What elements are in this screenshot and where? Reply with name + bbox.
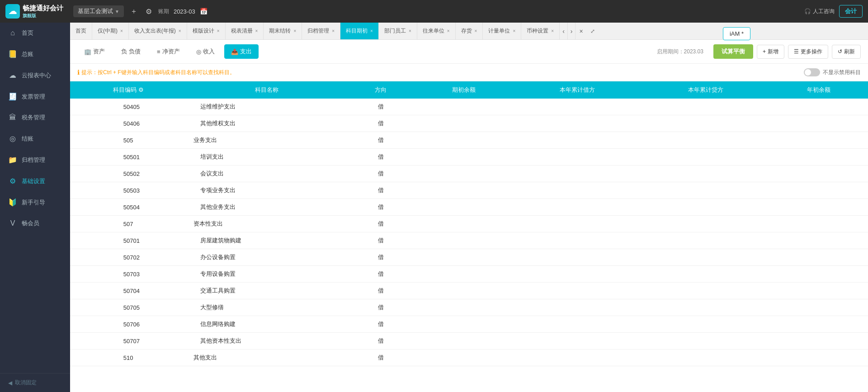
basic-setup-icon: ⚙	[8, 177, 17, 185]
table-row[interactable]: 50503 专项业务支出 借	[70, 182, 868, 199]
tab-template[interactable]: 模版设计 ×	[187, 23, 226, 40]
cell-year-opening	[770, 232, 868, 249]
table-row[interactable]: 50706 信息网络购建 借	[70, 316, 868, 333]
cell-name: 办公设备购置	[186, 249, 347, 266]
tab-home[interactable]: 首页	[70, 23, 92, 40]
table-row[interactable]: 50702 办公设备购置 借	[70, 249, 868, 266]
tab-measure-close[interactable]: ×	[513, 28, 515, 33]
tab-inventory-close[interactable]: ×	[475, 28, 477, 33]
action-bar: ℹ 提示：按Ctrl + F键并输入科目编码或者科目名称可以查找科目。 不显示禁…	[70, 64, 868, 81]
table-row[interactable]: 50703 专用设备购置 借	[70, 266, 868, 283]
tab-archive[interactable]: 归档管理 ×	[302, 23, 340, 40]
disable-toggle[interactable]	[804, 68, 820, 76]
refresh-icon: ↺	[838, 48, 842, 55]
account-type-button[interactable]: 会计	[839, 5, 863, 18]
table-row[interactable]: 50701 房屋建筑物购建 借	[70, 232, 868, 249]
tab-archive-close[interactable]: ×	[332, 28, 335, 33]
cell-ytd-credit	[642, 199, 770, 216]
customer-service-button[interactable]: 🎧 人工咨询	[804, 8, 835, 15]
sidebar-item-archive[interactable]: 📁 归档管理	[0, 149, 70, 170]
tab-mid[interactable]: 仅(中期) ×	[92, 23, 129, 40]
cell-direction: 借	[347, 266, 415, 283]
sub-tab-net-asset[interactable]: ≡ 净资产	[150, 44, 187, 59]
sub-tab-income[interactable]: ◎ 收入	[189, 44, 222, 59]
sidebar-item-checkout[interactable]: ◎ 结账	[0, 128, 70, 149]
col-settings-icon[interactable]: ⚙	[138, 86, 144, 93]
tab-next-button[interactable]: ›	[568, 23, 576, 40]
balance-button[interactable]: 试算平衡	[713, 44, 753, 59]
main-layout: ⌂ 首页 📒 总账 ☁ 云报表中心 🧾 发票管理 🏛 税务管理 ◎ 结账 📁 归…	[0, 23, 868, 392]
tab-subject-init-close[interactable]: ×	[370, 28, 373, 33]
table-row[interactable]: 510 其他支出 借	[70, 349, 868, 366]
tab-units-close[interactable]: ×	[447, 28, 450, 33]
tab-department[interactable]: 部门员工 ×	[379, 23, 417, 40]
calendar-icon[interactable]: 📅	[200, 8, 208, 15]
collapse-sidebar-button[interactable]: ◀ 取消固定	[0, 373, 70, 392]
tax-icon: 🏛	[8, 113, 17, 122]
sub-tab-liability[interactable]: 负 负债	[114, 44, 147, 59]
sub-tab-asset-label: 资产	[93, 47, 105, 56]
sub-tab-asset[interactable]: 🏢 资产	[77, 44, 112, 59]
cell-year-opening	[770, 316, 868, 333]
tab-subject-init[interactable]: 科目期初 ×	[340, 23, 379, 40]
sidebar-label-archive: 归档管理	[22, 156, 45, 164]
table-row[interactable]: 50707 其他资本性支出 借	[70, 333, 868, 349]
asset-icon: 🏢	[84, 48, 91, 55]
table-row[interactable]: 50504 其他业务支出 借	[70, 199, 868, 216]
cell-opening	[415, 349, 513, 366]
sidebar-item-basic-setup[interactable]: ⚙ 基础设置	[0, 170, 70, 192]
cell-ytd-credit	[642, 216, 770, 232]
table-row[interactable]: 507 资本性支出 借	[70, 216, 868, 232]
table-row[interactable]: 505 业务支出 借	[70, 132, 868, 149]
sidebar-item-home[interactable]: ⌂ 首页	[0, 23, 70, 43]
tab-inventory[interactable]: 存货 ×	[456, 23, 483, 40]
tab-currency[interactable]: 币种设置 ×	[521, 23, 560, 40]
content-area: 首页 仅(中期) × 收入支出表(年报) × 模版设计 × 税表清册 × 期末结…	[70, 23, 868, 392]
tab-mid-close[interactable]: ×	[120, 28, 123, 33]
table-row[interactable]: 50501 培训支出 借	[70, 149, 868, 165]
sidebar-item-member[interactable]: V 畅会员	[0, 213, 70, 234]
cell-ytd-credit	[642, 299, 770, 316]
refresh-button[interactable]: ↺ 刷新	[832, 45, 861, 59]
tab-period-end[interactable]: 期末结转 ×	[264, 23, 302, 40]
tab-tax[interactable]: 税表清册 ×	[226, 23, 264, 40]
project-selector[interactable]: 基层工会测试 ▼	[73, 5, 124, 17]
tab-units[interactable]: 往来单位 ×	[417, 23, 456, 40]
archive-icon: 📁	[8, 156, 17, 164]
tab-template-label: 模版设计	[193, 27, 214, 35]
table-row[interactable]: 50704 交通工具购置 借	[70, 283, 868, 299]
table-row[interactable]: 50405 运维维护支出 借	[70, 99, 868, 115]
table-container[interactable]: 科目编码 ⚙ 科目名称 方向 期初余额 本年累计借方 本年累计贷方 年初余额	[70, 81, 868, 392]
settings-icon[interactable]: ⚙	[144, 5, 154, 18]
more-button[interactable]: ☰ 更多操作	[788, 45, 828, 59]
tab-close-all-button[interactable]: ×	[576, 23, 586, 40]
table-row[interactable]: 50406 其他维权支出 借	[70, 115, 868, 132]
sidebar-item-tax[interactable]: 🏛 税务管理	[0, 107, 70, 128]
iam-badge[interactable]: iAM *	[723, 27, 750, 40]
tab-tax-close[interactable]: ×	[255, 28, 258, 33]
sidebar-item-guide[interactable]: 🔰 新手引导	[0, 192, 70, 213]
sidebar-item-reports[interactable]: ☁ 云报表中心	[0, 65, 70, 86]
add-button[interactable]: + 新增	[757, 45, 784, 59]
cell-ytd-credit	[642, 232, 770, 249]
tab-currency-close[interactable]: ×	[551, 28, 554, 33]
cell-year-opening	[770, 249, 868, 266]
tab-income-annual[interactable]: 收入支出表(年报) ×	[129, 23, 187, 40]
cell-opening	[415, 132, 513, 149]
tab-template-close[interactable]: ×	[217, 28, 220, 33]
add-project-button[interactable]: ＋	[128, 5, 139, 18]
tab-income-annual-close[interactable]: ×	[179, 28, 181, 33]
tab-period-end-close[interactable]: ×	[293, 28, 296, 33]
tab-prev-button[interactable]: ‹	[560, 23, 568, 40]
table-row[interactable]: 50705 大型修缮 借	[70, 299, 868, 316]
toggle-switch[interactable]: 不显示禁用科目	[804, 68, 861, 76]
sidebar-item-invoice[interactable]: 🧾 发票管理	[0, 86, 70, 107]
tab-maximize-button[interactable]: ⤢	[587, 23, 599, 40]
sub-tab-expense[interactable]: 📤 支出	[224, 44, 259, 59]
cell-opening	[415, 249, 513, 266]
tab-department-close[interactable]: ×	[409, 28, 411, 33]
sidebar-item-ledger[interactable]: 📒 总账	[0, 43, 70, 65]
table-row[interactable]: 50502 会议支出 借	[70, 165, 868, 182]
tab-measure[interactable]: 计量单位 ×	[483, 23, 521, 40]
cell-name: 其他支出	[186, 349, 347, 366]
